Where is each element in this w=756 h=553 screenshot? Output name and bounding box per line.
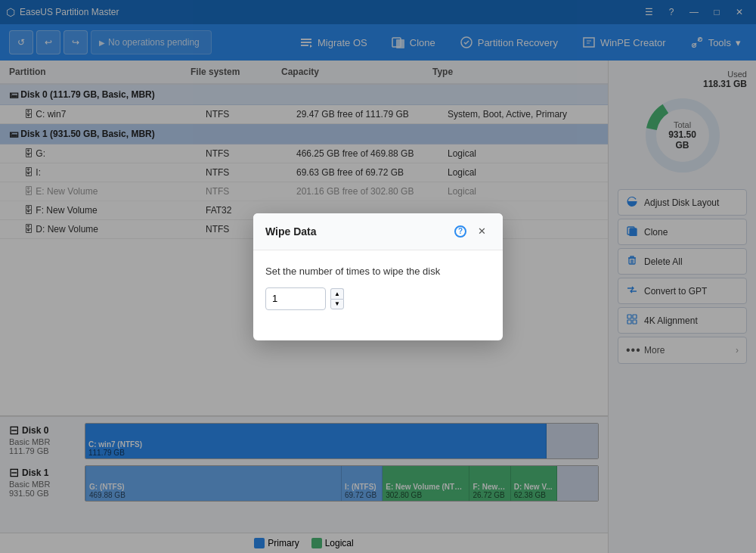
modal-header: Wipe Data ? ✕	[253, 213, 503, 250]
modal-title: Wipe Data	[265, 225, 451, 238]
spin-down-button[interactable]: ▼	[330, 299, 344, 309]
modal-input-row: ▲ ▼	[265, 287, 491, 310]
modal-overlay[interactable]: Wipe Data ? ✕ Set the number of times to…	[0, 0, 756, 553]
wipe-times-input[interactable]	[265, 287, 326, 310]
modal-close-icon: ✕	[478, 225, 486, 237]
modal-description: Set the number of times to wipe the disk	[265, 266, 491, 277]
wipe-data-modal: Wipe Data ? ✕ Set the number of times to…	[253, 213, 503, 340]
modal-body: Set the number of times to wipe the disk…	[253, 250, 503, 325]
spinner: ▲ ▼	[330, 288, 344, 309]
modal-close-button[interactable]: ✕	[472, 222, 491, 241]
modal-help-icon: ?	[454, 225, 466, 238]
modal-help-button[interactable]: ?	[451, 222, 469, 241]
spin-up-button[interactable]: ▲	[330, 288, 344, 299]
modal-header-actions: ? ✕	[451, 222, 491, 241]
modal-footer	[253, 325, 503, 340]
